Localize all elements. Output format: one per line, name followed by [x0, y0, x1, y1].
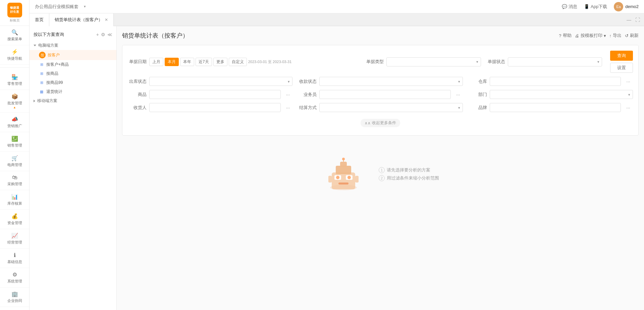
brand-dots-icon[interactable]: ···	[624, 104, 633, 112]
filter-doc-type-select[interactable]	[386, 57, 481, 66]
tab-maximize-icon[interactable]: ⛶	[634, 16, 641, 24]
marketing-icon: 📣	[11, 116, 18, 122]
help-label: 帮助	[563, 33, 572, 39]
refresh-icon: ↺	[625, 33, 629, 38]
logo-icon: 畅捷通好生意	[7, 3, 22, 17]
tab-home-label: 首页	[35, 17, 44, 23]
filter-department-wrapper	[490, 90, 633, 99]
receiver-dots-icon[interactable]: ···	[283, 104, 293, 112]
by-product-icon: ⊞	[39, 71, 44, 76]
filter-receiver-item: 收货人 ···	[128, 103, 292, 112]
topbar-dropdown-icon[interactable]: ▾	[84, 4, 86, 9]
by-customer-product-icon: ⊞	[39, 62, 44, 67]
schema-item-by-product-99[interactable]: ⊞ 按商品99	[30, 78, 116, 87]
filter-settlement-label: 结算方式	[298, 105, 317, 111]
svg-point-12	[342, 158, 345, 160]
date-btn-this-month[interactable]: 本月	[165, 58, 179, 66]
sidebar-item-retail[interactable]: 🏪 零售管理	[0, 70, 29, 90]
filter-department-select[interactable]	[490, 90, 633, 99]
date-range-display: 2023-03-01 至 2023-03-31	[248, 59, 292, 64]
filter-brand-input[interactable]	[490, 103, 621, 112]
salesperson-dots-icon[interactable]: ···	[453, 91, 463, 99]
sidebar-item-search-menu[interactable]: 🔍 搜索菜单	[0, 26, 29, 45]
tab-sales-stats[interactable]: 销货单统计表（按客户） ✕	[49, 13, 114, 26]
filter-receiver-label: 收货人	[128, 105, 147, 111]
schema-item-by-product[interactable]: ⊞ 按商品	[30, 69, 116, 78]
schema-item-return-stats[interactable]: ▦ 退货统计	[30, 87, 116, 96]
svg-rect-1	[332, 172, 355, 189]
sidebar-item-purchase[interactable]: 🛍 采购管理	[0, 171, 29, 190]
warehouse-dots-icon[interactable]: ···	[624, 78, 633, 86]
tab-close-icon[interactable]: ✕	[105, 17, 108, 22]
ecommerce-icon: 🛒	[11, 155, 18, 161]
sidebar-item-inventory[interactable]: 📊 库存核算	[0, 190, 29, 210]
filter-out-status-select[interactable]	[149, 77, 292, 86]
filter-salesperson-input[interactable]	[319, 90, 451, 99]
filter-settlement-select[interactable]	[319, 103, 463, 112]
filter-product-input[interactable]	[149, 90, 281, 99]
topbar: 办公用品行业模拟账套 ▾ 💬 消息 📱 App下载 Ea demo2	[30, 0, 644, 13]
date-btn-last-month[interactable]: 上月	[149, 58, 163, 66]
topbar-title[interactable]: 办公用品行业模拟账套	[35, 4, 78, 10]
filter-department-item: 部门	[468, 90, 633, 99]
sidebar-item-quick-nav[interactable]: ⚡ 快捷导航	[0, 45, 29, 65]
sidebar-item-basic[interactable]: ℹ 基础信息	[0, 249, 29, 268]
sidebar-item-ecommerce[interactable]: 🛒 电商管理	[0, 152, 29, 171]
filter-receiver-input[interactable]	[149, 103, 281, 112]
refresh-label: 刷新	[630, 33, 639, 39]
sidebar-item-operation[interactable]: 📈 经营管理	[0, 229, 29, 249]
filter-date-group: 上月 本月 本年 近7天 更多 自定义 2023-03-01 至 2023-03…	[149, 58, 360, 66]
sidebar-item-finance[interactable]: 💰 资金管理	[0, 210, 29, 229]
help-button[interactable]: ? 帮助	[559, 33, 571, 39]
filter-row-1: 单据日期 上月 本月 本年 近7天 更多 自定义 2023-03-01 至 20…	[128, 51, 633, 73]
date-btn-this-year[interactable]: 本年	[180, 58, 194, 66]
date-btn-last-7-days[interactable]: 近7天	[196, 58, 212, 66]
schema-group-mobile-header[interactable]: 移动端方案	[30, 96, 116, 105]
sidebar-item-operation-label: 经营管理	[7, 240, 22, 245]
schema-item-by-customer-product[interactable]: ⊞ 按客户+商品	[30, 60, 116, 69]
collapse-button[interactable]: ∧∧ 收起更多条件	[361, 119, 400, 127]
tab-home[interactable]: 首页	[30, 13, 49, 26]
filter-row-2: 出库状态 收款状态	[128, 77, 633, 86]
system-icon: ⚙	[12, 271, 17, 278]
collapse-panel-button[interactable]: ≪	[107, 32, 112, 37]
search-menu-icon: 🔍	[11, 29, 18, 36]
mobile-group-arrow-icon	[34, 100, 35, 102]
date-btn-custom[interactable]: 自定义	[229, 58, 247, 66]
sidebar-item-wholesale[interactable]: 📦 批发管理 ▲	[0, 90, 29, 113]
settings-button[interactable]: 设置	[610, 63, 633, 73]
filter-collection-status-select[interactable]	[319, 77, 463, 86]
product-dots-icon[interactable]: ···	[283, 91, 293, 99]
user-area[interactable]: Ea demo2	[614, 2, 639, 11]
schema-item-by-customer[interactable]: 按 按客户	[30, 50, 116, 60]
message-button[interactable]: 💬 消息	[562, 4, 577, 10]
sidebar-item-marketing[interactable]: 📣 营销推广	[0, 113, 29, 132]
sidebar-item-sales[interactable]: 💹 销售管理	[0, 132, 29, 152]
sidebar-item-enterprise-label: 企业协同	[7, 298, 22, 303]
sidebar-item-enterprise[interactable]: 🏢 企业协同	[0, 288, 29, 307]
query-button[interactable]: 查询	[610, 51, 633, 61]
filter-warehouse-input[interactable]	[490, 77, 621, 86]
schema-group-desktop-header[interactable]: 电脑端方案	[30, 41, 116, 50]
filter-settlement-item: 结算方式	[298, 103, 463, 112]
filter-doc-status-item: 单据状态	[486, 57, 602, 66]
sidebar-item-system[interactable]: ⚙ 系统管理	[0, 268, 29, 288]
sidebar-item-newbie[interactable]: 🎯 新手引导	[0, 307, 29, 310]
schema-settings-button[interactable]: ⚙	[101, 32, 105, 37]
refresh-button[interactable]: ↺ 刷新	[625, 33, 639, 39]
template-print-button[interactable]: 🖨 按模板打印 ▾	[575, 33, 606, 39]
tab-minimize-icon[interactable]: —	[625, 16, 633, 24]
filter-settlement-wrapper	[319, 103, 463, 112]
export-icon: ↑	[609, 33, 612, 38]
desktop-group-label: 电脑端方案	[38, 43, 58, 48]
filter-collection-status-label: 收款状态	[298, 79, 317, 85]
schema-group-mobile: 移动端方案	[30, 96, 116, 105]
filter-brand-label: 品牌	[468, 105, 487, 111]
filter-brand-item: 品牌 ···	[468, 103, 633, 112]
app-download-button[interactable]: 📱 App下载	[584, 4, 607, 10]
add-schema-button[interactable]: +	[96, 32, 99, 37]
export-button[interactable]: ↑ 导出	[609, 33, 622, 39]
date-btn-more[interactable]: 更多	[213, 58, 227, 66]
filter-doc-status-select[interactable]	[508, 57, 602, 66]
sales-icon: 💹	[11, 136, 18, 142]
